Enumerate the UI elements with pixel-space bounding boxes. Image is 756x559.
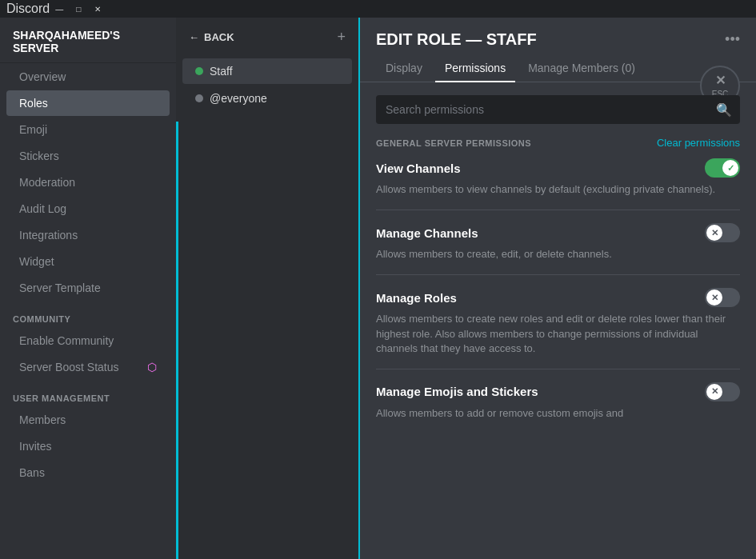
permission-name: Manage Emojis and Stickers — [376, 385, 538, 398]
permission-item-view-channels: View Channels Allows members to view cha… — [376, 158, 740, 210]
permission-row: Manage Channels — [376, 223, 740, 242]
permission-item-manage-roles: Manage Roles Allows members to create ne… — [376, 288, 740, 369]
role-dot-everyone — [195, 94, 203, 102]
toggle-knob — [706, 225, 722, 241]
role-label-everyone: @everyone — [210, 92, 267, 105]
back-button[interactable]: ← BACK — [189, 31, 234, 43]
maximize-button[interactable]: □ — [69, 0, 88, 18]
tab-display[interactable]: Display — [376, 55, 432, 82]
search-icon: 🔍 — [716, 102, 732, 118]
toggle-manage-emojis[interactable] — [705, 382, 740, 401]
back-arrow-icon: ← — [189, 31, 199, 43]
toggle-manage-channels[interactable] — [705, 223, 740, 242]
toggle-view-channels[interactable] — [705, 158, 740, 178]
more-options-button[interactable]: ••• — [725, 31, 740, 48]
permission-name: View Channels — [376, 162, 461, 175]
role-list: Staff @everyone — [176, 57, 358, 113]
toggle-knob — [706, 384, 722, 400]
server-boost-label: Server Boost Status — [19, 361, 119, 373]
section-title: GENERAL SERVER PERMISSIONS — [376, 138, 531, 148]
role-panel: ← BACK + Staff @everyone — [176, 18, 360, 559]
close-button[interactable]: ✕ — [88, 0, 107, 18]
user-management-section-label: USER MANAGEMENT — [0, 381, 176, 406]
main-layout: SHARQAHAMEED'S SERVER Overview Roles Emo… — [0, 18, 756, 559]
tab-manage-members[interactable]: Manage Members (0) — [518, 55, 645, 82]
back-label: BACK — [204, 31, 234, 43]
permission-desc: Allows members to add or remove custom e… — [376, 406, 740, 421]
add-role-button[interactable]: + — [337, 29, 346, 46]
sidebar-item-moderation[interactable]: Moderation — [6, 170, 170, 195]
permission-name: Manage Roles — [376, 291, 457, 305]
titlebar: Discord — □ ✕ — [0, 0, 756, 18]
sidebar: SHARQAHAMEED'S SERVER Overview Roles Emo… — [0, 18, 176, 559]
role-dot-staff — [195, 67, 203, 75]
permission-row: Manage Emojis and Stickers — [376, 382, 740, 401]
sidebar-item-audit-log[interactable]: Audit Log — [6, 196, 170, 222]
toggle-knob — [722, 160, 738, 176]
role-item-everyone[interactable]: @everyone — [182, 86, 352, 111]
permission-desc: Allows members to create new roles and e… — [376, 312, 740, 356]
content-body: 🔍 GENERAL SERVER PERMISSIONS Clear permi… — [360, 82, 756, 559]
sidebar-item-roles[interactable]: Roles — [6, 90, 170, 116]
search-input[interactable] — [376, 95, 740, 124]
toggle-knob — [706, 289, 722, 305]
tabs-bar: Display Permissions Manage Members (0) — [360, 49, 756, 82]
boost-icon: ⬡ — [147, 361, 157, 373]
role-item-staff[interactable]: Staff — [182, 58, 352, 84]
community-section-label: COMMUNITY — [0, 301, 176, 327]
permissions-section: GENERAL SERVER PERMISSIONS Clear permiss… — [376, 137, 740, 433]
minimize-button[interactable]: — — [50, 0, 69, 18]
permission-row: Manage Roles — [376, 288, 740, 307]
role-label-staff: Staff — [210, 65, 233, 78]
section-header: GENERAL SERVER PERMISSIONS Clear permiss… — [376, 137, 740, 149]
close-icon: ✕ — [715, 73, 726, 88]
content-header: EDIT ROLE — STAFF ••• — [360, 18, 756, 49]
content-area: ✕ ESC EDIT ROLE — STAFF ••• Display Perm… — [360, 18, 756, 559]
role-panel-header: ← BACK + — [176, 18, 358, 57]
sidebar-item-emoji[interactable]: Emoji — [6, 117, 170, 142]
sidebar-item-server-boost[interactable]: Server Boost Status ⬡ — [6, 354, 170, 380]
search-container: 🔍 — [376, 95, 740, 124]
permission-item-manage-emojis-stickers: Manage Emojis and Stickers Allows member… — [376, 382, 740, 433]
tab-permissions[interactable]: Permissions — [435, 55, 515, 82]
permission-name: Manage Channels — [376, 226, 478, 240]
sidebar-nav: Overview Roles Emoji Stickers Moderation… — [0, 63, 176, 486]
permission-row: View Channels — [376, 158, 740, 178]
clear-permissions-button[interactable]: Clear permissions — [657, 137, 740, 149]
sidebar-item-overview[interactable]: Overview — [6, 64, 170, 90]
titlebar-title: Discord — [6, 2, 50, 16]
toggle-manage-roles[interactable] — [705, 288, 740, 307]
server-name: SHARQAHAMEED'S SERVER — [0, 18, 176, 63]
page-title: EDIT ROLE — STAFF — [376, 30, 537, 49]
permission-desc: Allows members to view channels by defau… — [376, 182, 740, 197]
permission-item-manage-channels: Manage Channels Allows members to create… — [376, 223, 740, 275]
sidebar-item-server-template[interactable]: Server Template — [6, 275, 170, 301]
permission-desc: Allows members to create, edit, or delet… — [376, 247, 740, 262]
sidebar-item-bans[interactable]: Bans — [6, 460, 170, 485]
sidebar-item-invites[interactable]: Invites — [6, 433, 170, 459]
sidebar-item-widget[interactable]: Widget — [6, 249, 170, 274]
sidebar-item-stickers[interactable]: Stickers — [6, 143, 170, 169]
sidebar-item-enable-community[interactable]: Enable Community — [6, 328, 170, 353]
sidebar-item-integrations[interactable]: Integrations — [6, 222, 170, 248]
sidebar-item-members[interactable]: Members — [6, 407, 170, 433]
